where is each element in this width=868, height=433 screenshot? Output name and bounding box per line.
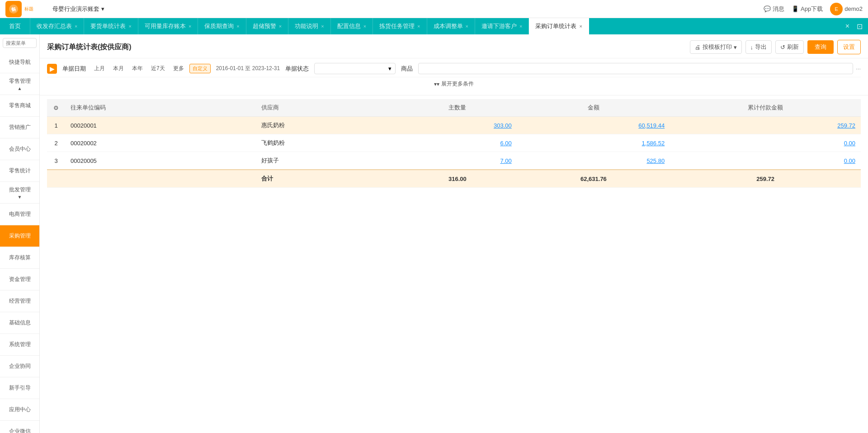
goods-filter-label: 商品: [401, 65, 413, 73]
sidebar-item-app-center[interactable]: 应用中心: [0, 399, 39, 421]
sidebar-item-retail-mall[interactable]: 零售商城: [0, 95, 39, 117]
status-filter-label: 单据状态: [285, 65, 309, 73]
sidebar-item-marketing[interactable]: 营销推广: [0, 117, 39, 138]
row-paid[interactable]: 0.00: [670, 152, 861, 170]
close-tab-stock[interactable]: ×: [189, 24, 191, 29]
date-chip-7days[interactable]: 近7天: [148, 64, 168, 73]
close-tab-function[interactable]: ×: [321, 24, 324, 29]
chevron-down-icon: ▾: [734, 44, 737, 51]
workspace-selector[interactable]: 母婴行业演示账套 ▾: [49, 3, 108, 15]
filter-toggle-button[interactable]: ▶: [47, 64, 57, 74]
close-tab-picking[interactable]: ×: [417, 24, 420, 29]
close-tab-cost[interactable]: ×: [466, 24, 468, 29]
footer-paid: 259.72: [670, 170, 861, 188]
footer-quantity: 316.00: [398, 170, 517, 188]
row-quantity[interactable]: 6.00: [398, 134, 517, 152]
print-icon: 🖨: [695, 44, 701, 51]
row-paid[interactable]: 259.72: [670, 117, 861, 134]
date-chip-last-month[interactable]: 上月: [91, 64, 108, 73]
table-header: ⚙ 往来单位编码 供应商 主数量 金额 累计付款金额: [47, 99, 861, 117]
date-filter-label: 单据日期: [62, 65, 86, 73]
row-index: 3: [47, 152, 65, 170]
sidebar-item-wechat[interactable]: 企业微信: [0, 421, 39, 433]
tab-home[interactable]: 首页: [0, 18, 30, 34]
app-icon: 📱: [792, 5, 799, 12]
status-select[interactable]: ▾: [314, 63, 396, 74]
expand-more-button[interactable]: ▾▾ 展开更多条件: [47, 77, 861, 90]
tab-available-stock[interactable]: 可用量库存账本 ×: [138, 18, 198, 34]
row-supplier: 好孩子: [256, 152, 398, 170]
sidebar-item-purchase[interactable]: 采购管理: [0, 225, 39, 247]
table-footer: 合计 316.00 62,631.76 259.72: [47, 170, 861, 188]
sidebar-item-retail-stats[interactable]: 零售统计: [0, 160, 39, 182]
template-print-button[interactable]: 🖨 按模板打印 ▾: [690, 40, 742, 54]
sidebar-item-basic-info[interactable]: 基础信息: [0, 312, 39, 334]
logo-icon: 畅: [5, 1, 22, 17]
row-paid[interactable]: 0.00: [670, 134, 861, 152]
refresh-button[interactable]: ↺ 刷新: [775, 40, 804, 54]
goods-input[interactable]: [418, 63, 853, 74]
row-amount[interactable]: 60,519.44: [517, 117, 670, 134]
sidebar-item-retail[interactable]: 零售管理 ▲: [0, 73, 39, 95]
tab-purchase-stats[interactable]: 采购订单统计表 ×: [529, 18, 589, 34]
tab-function-desc[interactable]: 功能说明 ×: [288, 18, 330, 34]
maximize-button[interactable]: ⊡: [855, 20, 864, 33]
date-chip-more[interactable]: 更多: [170, 64, 187, 73]
sidebar-item-inventory[interactable]: 库存核算: [0, 247, 39, 269]
settings-button[interactable]: 设置: [837, 40, 861, 54]
user-menu[interactable]: E demo2: [830, 3, 863, 15]
date-chip-this-month[interactable]: 本月: [110, 64, 127, 73]
tab-overstock-warning[interactable]: 超储预警 ×: [246, 18, 288, 34]
table-row: 1 00020001 惠氏奶粉 303.00 60,519.44 259.72: [47, 117, 861, 134]
message-button[interactable]: 💬 消息: [764, 5, 784, 13]
export-button[interactable]: ↓ 导出: [745, 40, 772, 54]
sidebar-item-enterprise[interactable]: 企业协同: [0, 356, 39, 377]
sidebar-item-guide[interactable]: 新手引导: [0, 377, 39, 399]
export-icon: ↓: [750, 44, 754, 51]
sidebar-item-wholesale[interactable]: 批发管理 ▼: [0, 182, 39, 204]
close-tab-config[interactable]: ×: [363, 24, 366, 29]
tab-config[interactable]: 配置信息 ×: [331, 18, 373, 34]
sidebar-search-input[interactable]: [3, 38, 37, 48]
footer-amount: 62,631.76: [517, 170, 670, 188]
sidebar-item-system[interactable]: 系统管理: [0, 334, 39, 356]
sidebar-item-quick-nav[interactable]: 快捷导航: [0, 52, 39, 73]
svg-text:畅: 畅: [11, 7, 16, 12]
close-tab-purchase[interactable]: ×: [579, 24, 582, 29]
close-tab-requisition[interactable]: ×: [128, 24, 131, 29]
top-bar: 畅 标题 母婴行业演示账套 ▾ 💬 消息 📱 App下载 E demo2: [0, 0, 868, 18]
date-range-display: 2016-01-01 至 2023-12-31: [216, 65, 280, 72]
gear-icon[interactable]: ⚙: [53, 105, 59, 111]
row-quantity[interactable]: 7.00: [398, 152, 517, 170]
refresh-icon: ↺: [780, 44, 785, 51]
col-amount: 金额: [517, 99, 670, 117]
query-button[interactable]: 查询: [807, 40, 834, 54]
sidebar-item-operations[interactable]: 经营管理: [0, 290, 39, 312]
expand-icon: ▾▾: [434, 81, 439, 87]
col-paid: 累计付款金额: [670, 99, 861, 117]
tab-collection-summary[interactable]: 收发存汇总表 ×: [30, 18, 84, 34]
tab-invite-downstream[interactable]: 邀请下游客户 ×: [475, 18, 529, 34]
close-tab-collection[interactable]: ×: [75, 24, 77, 29]
goods-more-icon[interactable]: ···: [856, 65, 861, 72]
app-download-button[interactable]: 📱 App下载: [792, 5, 823, 13]
row-amount[interactable]: 525.80: [517, 152, 670, 170]
tab-warranty-query[interactable]: 保质期查询 ×: [198, 18, 246, 34]
row-code: 00020001: [65, 117, 256, 134]
sidebar-item-member[interactable]: 会员中心: [0, 138, 39, 160]
close-all-tabs-button[interactable]: ×: [844, 20, 851, 32]
close-tab-overstock[interactable]: ×: [279, 24, 282, 29]
close-tab-invite[interactable]: ×: [519, 24, 522, 29]
chevron-down-icon: ▾: [101, 5, 104, 12]
close-tab-warranty[interactable]: ×: [236, 24, 239, 29]
date-chip-custom[interactable]: 自定义: [189, 64, 211, 73]
tab-requisition-stats[interactable]: 要货单统计表 ×: [84, 18, 138, 34]
row-index: 2: [47, 134, 65, 152]
row-quantity[interactable]: 303.00: [398, 117, 517, 134]
date-chip-this-year[interactable]: 本年: [129, 64, 146, 73]
tab-cost-adjust[interactable]: 成本调整单 ×: [427, 18, 475, 34]
tab-picking-task[interactable]: 拣货任务管理 ×: [373, 18, 427, 34]
row-amount[interactable]: 1,586.52: [517, 134, 670, 152]
sidebar-item-ecommerce[interactable]: 电商管理: [0, 204, 39, 225]
sidebar-item-finance[interactable]: 资金管理: [0, 269, 39, 290]
